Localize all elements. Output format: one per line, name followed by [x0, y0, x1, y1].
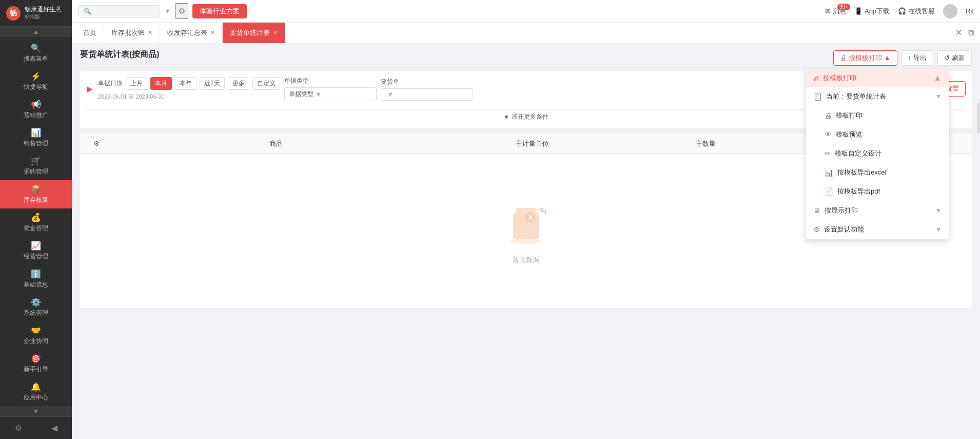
order-goods-select[interactable]: ▼ — [381, 88, 473, 101]
sidebar-item-system[interactable]: ⚙️ 系统管理 — [0, 293, 72, 321]
online-service-label: 在线客服 — [908, 7, 935, 16]
tab-bar: 首页 库存批次账 ✕ 收发存汇总表 ✕ 要货单统计表 ✕ ✕ ⧉ — [72, 23, 980, 43]
dropdown-item-label: 设置默认功能 — [824, 225, 864, 234]
display-icon: 🖥 — [813, 206, 820, 215]
tab-maximize-btn[interactable]: ⧉ — [966, 26, 976, 40]
sidebar-item-sales[interactable]: 📊 销售管理 — [0, 124, 72, 152]
app-download-btn[interactable]: 📱 App下载 — [854, 7, 890, 16]
tab-close-order-stats[interactable]: ✕ — [273, 29, 278, 36]
svg-point-0 — [511, 239, 541, 244]
print-dropdown-title-text: 按模板打印 — [823, 73, 856, 83]
gear-icon: ⚙ — [813, 225, 820, 234]
tab-close-inventory-batch[interactable]: ✕ — [148, 29, 152, 36]
dropdown-current-template[interactable]: 📋 当前：要货单统计表 ▼ — [806, 87, 949, 106]
dropdown-template-preview[interactable]: 👁 模板预览 — [806, 125, 949, 144]
print-icon: 🖨 — [840, 54, 847, 62]
dropdown-item-label: 按显示打印 — [825, 206, 858, 215]
export-btn-label: 导出 — [913, 53, 927, 63]
print-icon: 🖨 — [825, 111, 832, 120]
date-filter-row: 单据日期 上月 本月 本年 近7天 更多 自定义 — [98, 77, 280, 90]
th-settings[interactable]: ⚙ — [86, 140, 107, 147]
dropdown-export-excel[interactable]: 📊 按模板导出excel — [806, 163, 949, 182]
sidebar-settings-btn[interactable]: ⚙ — [13, 421, 24, 435]
excel-icon: 📊 — [825, 168, 833, 177]
dropdown-export-pdf[interactable]: 📄 按模板导出pdf — [806, 182, 949, 201]
tab-close-receivables[interactable]: ✕ — [210, 29, 215, 36]
sidebar-item-label: 系统管理 — [24, 309, 48, 317]
filter-expand-icon[interactable]: ▶ — [86, 84, 94, 94]
sidebar-item-finance[interactable]: 💰 资金管理 — [0, 208, 72, 237]
shortcut-icon: ⚡ — [31, 71, 41, 81]
refresh-btn[interactable]: ↺ 刷新 — [937, 50, 972, 66]
username: Rit — [966, 7, 974, 15]
th-quantity: 主数量 — [619, 139, 792, 148]
order-type-label: 单据类型 — [284, 77, 377, 85]
sidebar-item-label: 销售管理 — [24, 139, 48, 148]
tab-home[interactable]: 首页 — [76, 23, 104, 43]
sidebar-item-basic[interactable]: ℹ️ 基础信息 — [0, 265, 72, 293]
appstore-icon: 🔔 — [31, 382, 41, 392]
tab-receivables-summary[interactable]: 收发存汇总表 ✕ — [160, 23, 223, 43]
date-btn-custom[interactable]: 自定义 — [252, 77, 280, 90]
sidebar-item-appstore[interactable]: 🔔 应用中心 — [0, 378, 72, 406]
dropdown-template-custom[interactable]: ✏ 模板自定义设计 — [806, 144, 949, 163]
tab-inventory-batch[interactable]: 库存批次账 ✕ — [104, 23, 160, 43]
tab-home-label: 首页 — [83, 28, 96, 37]
date-btn-curr-year[interactable]: 本年 — [175, 77, 197, 90]
date-btn-curr-month[interactable]: 本月 — [150, 77, 172, 90]
dropdown-template-print[interactable]: 🖨 模板打印 — [806, 106, 949, 125]
tab-label: 收发存汇总表 — [167, 28, 207, 37]
order-type-select[interactable]: 单据类型 ▼ — [284, 87, 377, 101]
sidebar-scroll-down[interactable]: ▼ — [0, 406, 72, 416]
dropdown-set-default[interactable]: ⚙ 设置默认功能 ▼ — [806, 220, 949, 239]
top-bar: 🔍 ▼ ⚙ 体验行业方案 ✉ 消息 99+ 📱 App下载 🎧 在线客服 Rit — [72, 0, 980, 23]
sidebar-scroll-up[interactable]: ▲ — [0, 27, 72, 37]
trial-btn[interactable]: 体验行业方案 — [192, 4, 247, 18]
sidebar-item-shortcut[interactable]: ⚡ 快捷导航 — [0, 67, 72, 96]
print-template-btn[interactable]: 🖨 按模板打印 ▲ — [833, 50, 897, 66]
dropdown-item-label: 模板自定义设计 — [835, 149, 881, 158]
settings-gear-btn[interactable]: ⚙ — [175, 3, 188, 19]
top-bar-right: ✉ 消息 99+ 📱 App下载 🎧 在线客服 Rit — [825, 4, 974, 18]
order-goods-filter-group: 要货单 ▼ — [381, 78, 473, 101]
chevron-down-icon: ▼ — [387, 91, 394, 98]
sidebar-item-search[interactable]: 🔍 搜索菜单 — [0, 39, 72, 67]
sidebar-item-guide[interactable]: 🎯 新手引导 — [0, 350, 72, 378]
date-btn-last7[interactable]: 近7天 — [200, 77, 225, 90]
date-btn-more[interactable]: 更多 — [228, 77, 249, 90]
preview-icon: 👁 — [825, 130, 832, 139]
print-btn-label: 按模板打印 — [849, 53, 882, 63]
tab-close-window-btn[interactable]: ✕ — [953, 26, 964, 40]
avatar[interactable] — [943, 4, 957, 18]
sidebar-item-label: 企业协同 — [24, 337, 48, 346]
sidebar-item-cooperation[interactable]: 🤝 企业协同 — [0, 321, 72, 350]
sidebar-item-label: 快捷导航 — [24, 83, 48, 91]
print-dropdown-close-btn[interactable]: ▲ — [933, 73, 942, 83]
date-btn-prev-month[interactable]: 上月 — [126, 77, 147, 90]
sidebar-item-label: 应用中心 — [24, 393, 48, 402]
template-icon: 📋 — [813, 92, 822, 101]
chevron-down-icon: ▼ — [503, 113, 509, 121]
tab-order-stats[interactable]: 要货单统计表 ✕ — [223, 23, 285, 43]
scrollbar-thumb[interactable] — [977, 103, 980, 133]
online-service-btn[interactable]: 🎧 在线客服 — [898, 7, 935, 16]
chevron-down-icon: ▼ — [935, 93, 942, 100]
message-badge: 99+ — [837, 4, 850, 10]
print-dropdown-header: 🖨 按模板打印 ▲ — [806, 69, 949, 87]
dropdown-display-print[interactable]: 🖥 按显示打印 ▼ — [806, 201, 949, 220]
sidebar-item-operations[interactable]: 📈 经营管理 — [0, 237, 72, 265]
sidebar-item-inventory[interactable]: 📦 库存核算 — [0, 180, 72, 208]
sidebar-item-marketing[interactable]: 📢 营销推广 — [0, 96, 72, 124]
date-filter-label: 单据日期 — [98, 79, 123, 88]
refresh-icon: ↺ — [944, 54, 950, 62]
cooperation-icon: 🤝 — [31, 326, 41, 335]
sidebar-item-label: 基础信息 — [24, 280, 48, 289]
sidebar-item-purchase[interactable]: 🛒 采购管理 — [0, 152, 72, 180]
sidebar-collapse-btn[interactable]: ◀ — [49, 421, 60, 435]
message-btn[interactable]: ✉ 消息 99+ — [825, 7, 846, 16]
download-icon: 📱 — [854, 7, 863, 15]
export-btn[interactable]: ↑ 导出 — [901, 50, 934, 66]
th-product: 商品 — [107, 139, 445, 148]
search-box[interactable]: 🔍 — [78, 5, 160, 17]
dropdown-item-label: 按模板导出excel — [837, 168, 886, 177]
